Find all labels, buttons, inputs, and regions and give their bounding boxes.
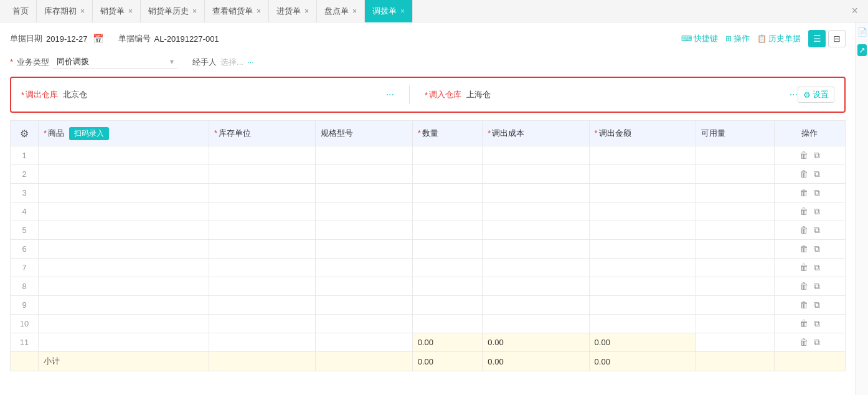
row-product[interactable] (39, 202, 209, 221)
sidebar-doc-icon[interactable]: 📄 (857, 27, 867, 37)
row-unit[interactable] (209, 277, 316, 296)
row-spec[interactable] (316, 259, 412, 277)
shortcuts-btn[interactable]: ⌨ 快捷键 (681, 33, 718, 44)
row-product[interactable] (39, 277, 209, 296)
row-qty[interactable] (412, 315, 483, 333)
delete-icon[interactable]: 🗑 (800, 337, 808, 347)
row-cost[interactable] (483, 240, 589, 259)
row-cost[interactable] (483, 184, 589, 202)
col-gear[interactable]: ⚙ (11, 121, 39, 146)
delete-row-icon[interactable]: 🗑 (800, 206, 808, 216)
copy-row-icon[interactable]: ⧉ (814, 150, 820, 160)
tab-close-purchase-order[interactable]: × (304, 7, 309, 16)
tab-close-sales-history[interactable]: × (192, 7, 197, 16)
row-qty[interactable] (412, 221, 483, 240)
row-product[interactable] (39, 221, 209, 240)
delete-row-icon[interactable]: 🗑 (800, 188, 808, 198)
row-product[interactable] (39, 259, 209, 277)
grid-view-btn[interactable]: ⊟ (828, 30, 846, 47)
row-qty[interactable] (412, 202, 483, 221)
delete-row-icon[interactable]: 🗑 (800, 225, 808, 235)
row-cost[interactable] (483, 296, 589, 315)
delete-row-icon[interactable]: 🗑 (800, 262, 808, 272)
row-unit[interactable] (209, 165, 316, 184)
row-amount[interactable] (589, 184, 696, 202)
row-spec[interactable] (316, 315, 412, 333)
tab-close-view-sales[interactable]: × (257, 7, 261, 16)
row-amount[interactable] (589, 315, 696, 333)
row-unit[interactable] (209, 184, 316, 202)
warehouse-in-more-btn[interactable]: ··· (790, 89, 798, 100)
warehouse-out-more-btn[interactable]: ··· (386, 89, 394, 100)
row-product[interactable] (39, 315, 209, 333)
row-cost[interactable] (483, 221, 589, 240)
row-product[interactable] (39, 296, 209, 315)
row-spec[interactable] (316, 146, 412, 165)
row-unit[interactable] (209, 240, 316, 259)
tab-close-inventory-check[interactable]: × (352, 7, 357, 16)
copy-row-icon[interactable]: ⧉ (814, 318, 820, 328)
tab-close-inventory-init[interactable]: × (80, 7, 85, 16)
row-qty[interactable] (412, 146, 483, 165)
row-cost[interactable] (483, 277, 589, 296)
row-spec[interactable] (316, 296, 412, 315)
row-unit[interactable] (209, 296, 316, 315)
delete-row-icon[interactable]: 🗑 (800, 244, 808, 254)
row-unit[interactable] (209, 315, 316, 333)
tab-home[interactable]: 首页 (5, 0, 37, 22)
row-amount[interactable] (589, 259, 696, 277)
row-unit[interactable] (209, 202, 316, 221)
list-view-btn[interactable]: ☰ (808, 30, 826, 47)
tab-transfer-order[interactable]: 调拨单 × (365, 0, 413, 22)
operations-btn[interactable]: ⊞ 操作 (725, 33, 750, 44)
row-qty[interactable] (412, 184, 483, 202)
copy-icon[interactable]: ⧉ (814, 337, 820, 347)
history-btn[interactable]: 📋 历史单据 (757, 33, 801, 44)
delete-row-icon[interactable]: 🗑 (800, 281, 808, 291)
delete-row-icon[interactable]: 🗑 (800, 318, 808, 328)
row-amount[interactable] (589, 240, 696, 259)
delete-row-icon[interactable]: 🗑 (800, 150, 808, 160)
tab-close-transfer-order[interactable]: × (400, 7, 405, 16)
copy-row-icon[interactable]: ⧉ (814, 206, 820, 216)
table-gear-btn[interactable]: ⚙ (16, 125, 33, 142)
row-qty[interactable] (412, 165, 483, 184)
row-product[interactable] (39, 184, 209, 202)
row-qty[interactable] (412, 259, 483, 277)
calendar-icon[interactable]: 📅 (93, 34, 103, 44)
row-cost[interactable] (483, 315, 589, 333)
row-cost[interactable] (483, 146, 589, 165)
row-spec[interactable] (316, 277, 412, 296)
row-amount[interactable] (589, 221, 696, 240)
row-qty[interactable] (412, 240, 483, 259)
row-amount[interactable] (589, 165, 696, 184)
business-type-select[interactable]: 同价调拨 ▾ (53, 55, 177, 69)
row-spec[interactable] (316, 221, 412, 240)
row-product[interactable] (39, 240, 209, 259)
row-product[interactable] (39, 165, 209, 184)
tab-close-sales-order[interactable]: × (128, 7, 133, 16)
row-amount[interactable] (589, 296, 696, 315)
row-unit[interactable] (209, 259, 316, 277)
row-qty[interactable] (412, 277, 483, 296)
row-unit[interactable] (209, 221, 316, 240)
copy-row-icon[interactable]: ⧉ (814, 244, 820, 254)
delete-row-icon[interactable]: 🗑 (800, 300, 808, 310)
tab-sales-history[interactable]: 销货单历史 × (141, 0, 205, 22)
tab-inventory-init[interactable]: 库存期初 × (37, 0, 93, 22)
row-spec[interactable] (316, 202, 412, 221)
row-spec[interactable] (316, 165, 412, 184)
row-spec[interactable] (316, 184, 412, 202)
copy-row-icon[interactable]: ⧉ (814, 225, 820, 235)
row-product[interactable] (39, 146, 209, 165)
row-qty[interactable] (412, 296, 483, 315)
row-cost[interactable] (483, 259, 589, 277)
row-unit[interactable] (209, 146, 316, 165)
sidebar-expand-icon[interactable]: ↗ (857, 44, 867, 56)
scan-btn[interactable]: 扫码录入 (69, 127, 109, 140)
tab-sales-order[interactable]: 销货单 × (93, 0, 141, 22)
row-cost[interactable] (483, 165, 589, 184)
row-cost[interactable] (483, 202, 589, 221)
delete-row-icon[interactable]: 🗑 (800, 169, 808, 179)
row-spec[interactable] (316, 240, 412, 259)
